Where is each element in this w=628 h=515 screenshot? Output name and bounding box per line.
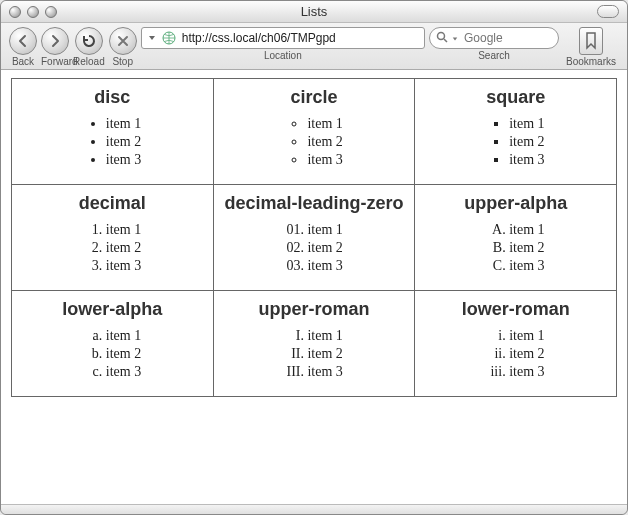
list-item: item 3 [106, 364, 141, 380]
cell-title: decimal [22, 193, 203, 214]
bookmark-icon [585, 32, 597, 50]
cell-title: lower-alpha [22, 299, 203, 320]
search-label: Search [478, 50, 510, 61]
grid-cell: lower-romanitem 1item 2item 3 [415, 291, 617, 397]
list: item 1item 2item 3 [487, 116, 545, 168]
grid-cell: upper-romanitem 1item 2item 3 [213, 291, 415, 397]
list-item: item 3 [509, 364, 544, 380]
list-item: item 3 [307, 364, 342, 380]
list: item 1item 2item 3 [83, 328, 141, 380]
cell-list: item 1item 2item 3 [83, 326, 141, 382]
list-item: item 3 [106, 258, 141, 274]
list-style-grid: discitem 1item 2item 3circleitem 1item 2… [11, 78, 617, 397]
list-item: item 2 [307, 346, 342, 362]
location-group: Location [141, 27, 425, 61]
list-item: item 3 [509, 152, 544, 168]
list-item: item 1 [307, 222, 342, 238]
cell-title: square [425, 87, 606, 108]
back-button[interactable] [9, 27, 37, 55]
forward-button[interactable] [41, 27, 69, 55]
list-item: item 3 [307, 258, 342, 274]
titlebar: Lists [1, 1, 627, 23]
list: item 1item 2item 3 [285, 328, 343, 380]
list-item: item 1 [307, 328, 342, 344]
list-item: item 2 [307, 240, 342, 256]
cell-list: item 1item 2item 3 [487, 114, 545, 170]
chevron-down-icon [452, 36, 458, 42]
toolbar: Back Forward Reload Stop [1, 23, 627, 70]
reload-label: Reload [73, 56, 105, 67]
magnifier-icon [436, 31, 448, 43]
list-item: item 2 [106, 134, 141, 150]
site-icon [162, 31, 176, 45]
list: item 1item 2item 3 [487, 222, 545, 274]
cell-title: upper-roman [224, 299, 405, 320]
list-item: item 3 [106, 152, 141, 168]
page-content: discitem 1item 2item 3circleitem 1item 2… [1, 70, 627, 504]
grid-cell: circleitem 1item 2item 3 [213, 79, 415, 185]
arrow-left-icon [16, 34, 30, 48]
reload-icon [81, 33, 97, 49]
close-window-button[interactable] [9, 6, 21, 18]
list-item: item 2 [509, 346, 544, 362]
nav-group: Back Forward [9, 27, 69, 67]
stop-group: Stop [109, 27, 137, 67]
reload-button[interactable] [75, 27, 103, 55]
cell-list: item 1item 2item 3 [285, 114, 343, 170]
search-dropdown-icon[interactable] [452, 31, 458, 45]
list: item 1item 2item 3 [285, 116, 343, 168]
cell-title: upper-alpha [425, 193, 606, 214]
globe-icon [162, 31, 176, 45]
list-item: item 3 [307, 152, 342, 168]
list: item 1item 2item 3 [83, 222, 141, 274]
list: item 1item 2item 3 [285, 222, 343, 274]
list-item: item 2 [106, 346, 141, 362]
list-item: item 1 [509, 328, 544, 344]
list-item: item 1 [106, 116, 141, 132]
cell-list: item 1item 2item 3 [487, 220, 545, 276]
cell-title: lower-roman [425, 299, 606, 320]
url-input[interactable] [180, 30, 420, 46]
search-group: Search [429, 27, 559, 61]
stop-icon [117, 35, 129, 47]
list-item: item 2 [307, 134, 342, 150]
search-field-wrap[interactable] [429, 27, 559, 49]
cell-list: item 1item 2item 3 [487, 326, 545, 382]
bookmarks-button[interactable] [579, 27, 603, 55]
cell-list: item 1item 2item 3 [83, 114, 141, 170]
list-item: item 1 [106, 328, 141, 344]
list-item: item 2 [509, 240, 544, 256]
toolbar-toggle-pill[interactable] [597, 5, 619, 18]
back-label: Back [9, 56, 37, 67]
grid-cell: decimalitem 1item 2item 3 [12, 185, 214, 291]
list: item 1item 2item 3 [83, 116, 141, 168]
window-controls [9, 6, 57, 18]
stop-button[interactable] [109, 27, 137, 55]
arrow-right-icon [48, 34, 62, 48]
list-item: item 2 [106, 240, 141, 256]
browser-window: Lists Back Forward Reload [0, 0, 628, 515]
grid-cell: squareitem 1item 2item 3 [415, 79, 617, 185]
cell-list: item 1item 2item 3 [285, 326, 343, 382]
minimize-window-button[interactable] [27, 6, 39, 18]
cell-title: decimal-leading-zero [224, 193, 405, 214]
grid-cell: discitem 1item 2item 3 [12, 79, 214, 185]
svg-line-2 [444, 39, 447, 42]
stop-label: Stop [112, 56, 133, 67]
zoom-window-button[interactable] [45, 6, 57, 18]
cell-list: item 1item 2item 3 [285, 220, 343, 276]
search-icon [436, 31, 448, 46]
list: item 1item 2item 3 [487, 328, 545, 380]
status-bar [1, 504, 627, 514]
location-label: Location [264, 50, 302, 61]
window-title: Lists [1, 4, 627, 19]
url-field-wrap[interactable] [141, 27, 425, 49]
bookmarks-label: Bookmarks [566, 56, 616, 67]
cell-list: item 1item 2item 3 [83, 220, 141, 276]
list-item: item 1 [106, 222, 141, 238]
grid-cell: decimal-leading-zeroitem 1item 2item 3 [213, 185, 415, 291]
url-dropdown-icon[interactable] [146, 28, 158, 48]
list-item: item 1 [307, 116, 342, 132]
grid-cell: lower-alphaitem 1item 2item 3 [12, 291, 214, 397]
cell-title: disc [22, 87, 203, 108]
